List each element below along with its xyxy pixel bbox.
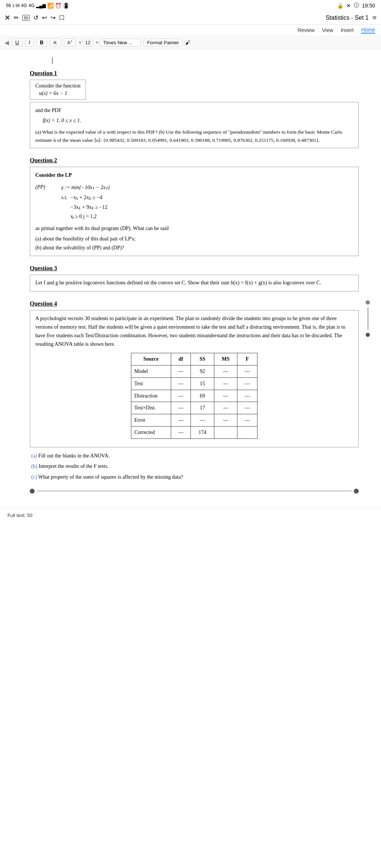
table-row: Model — 92 — — <box>131 365 257 377</box>
italic-button[interactable]: I <box>25 38 33 47</box>
format-painter-button[interactable]: Format Painter <box>144 39 182 47</box>
question-2-heading: Question 2 <box>30 157 359 164</box>
table-cell: — <box>237 390 257 402</box>
question-1-wide-box: and the PDF f(x) = 1, 0 ≤ x ≤ 1. (a) Wha… <box>30 102 359 149</box>
table-cell <box>214 426 237 438</box>
pencil-icon[interactable]: ✏ <box>14 14 19 21</box>
shrink-font-button[interactable]: A- <box>50 38 61 47</box>
menu-view[interactable]: View <box>322 27 333 33</box>
q4-sub-a-text: Fill out the blanks in the ANOVA. <box>38 453 109 459</box>
network-4g2: 4G <box>29 3 35 8</box>
q1-subtext: (a) What is the expected value of u with… <box>35 128 353 144</box>
scrollbar-line <box>368 307 368 330</box>
table-cell: 17 <box>191 402 214 414</box>
table-cell: — <box>214 414 237 427</box>
bottom-scroll-line <box>37 491 352 491</box>
table-row: Error — — — — <box>131 414 257 427</box>
question-3-section: Question 3 Let f and g be positive logco… <box>30 265 359 291</box>
question-3-box: Let f and g be positive logconvex functi… <box>30 275 359 291</box>
view-icon[interactable]: ☐ <box>59 14 64 21</box>
full-text-label: Full text: 50 <box>7 513 32 518</box>
menu-review[interactable]: Review <box>298 27 315 33</box>
rotate-icon[interactable]: ↺ <box>33 14 38 21</box>
alarm-icon: ⏰ <box>55 3 61 9</box>
q4-sub-b: (b) Interpret the results of the F tests… <box>31 462 359 470</box>
table-cell: — <box>214 390 237 402</box>
document-title: Statistics - Set 1 <box>326 15 369 21</box>
table-cell: — <box>171 390 191 402</box>
table-header-ss: SS <box>191 353 214 366</box>
q2-objective: γ := min{−10x₁ − 2x₂} <box>61 183 110 192</box>
underline-button[interactable]: U <box>12 38 22 47</box>
text-cursor <box>52 57 359 64</box>
q2-consider-label: Consider the LP <box>35 171 353 180</box>
menu-home[interactable]: Home <box>361 27 375 33</box>
table-row: Corrected — 174 <box>131 426 257 438</box>
table-cell: — <box>214 365 237 377</box>
menu-row: Review View Insert Home <box>0 25 381 36</box>
table-cell: 69 <box>191 390 214 402</box>
status-bar: 56 1.99 4G 4G ▂▄▆ 📶 ⏰ 📳 🔒 ✕ ⓘ 19:50 <box>0 0 381 11</box>
bottom-bar: Full text: 50 <box>0 508 381 522</box>
q4-sub-b-label: (b) <box>31 463 37 469</box>
q1-formula: u(x) = 6x − 1 <box>35 90 80 96</box>
toolbar-row1: ✕ ✏ 50 ↺ ↩ ↪ ☐ Statistics - Set 1 ≡ <box>0 11 381 25</box>
format-toolbar: ◀ U I B A- A+ ▾ 12 ▾ Times New ... Forma… <box>0 36 381 49</box>
question-1-section: Question 1 Consider the function u(x) = … <box>30 70 359 149</box>
time-display: 19:50 <box>362 3 375 9</box>
q4-sub-c-text: What property of the sums of squares is … <box>38 474 183 480</box>
table-cell: — <box>237 377 257 390</box>
wifi-icon: 📶 <box>47 3 54 9</box>
table-cell: 15 <box>191 377 214 390</box>
question-3-heading: Question 3 <box>30 265 359 272</box>
table-cell <box>237 426 257 438</box>
q2-part-a: (a) about the feasibility of this dual p… <box>35 234 353 243</box>
signal-bars: ▂▄▆ <box>36 3 46 8</box>
undo-button[interactable]: ↩ <box>42 14 47 21</box>
close-button[interactable]: ✕ <box>4 14 10 22</box>
table-cell: Distraction <box>131 390 171 402</box>
grow-font-button[interactable]: A+ <box>64 38 76 47</box>
table-cell: Corrected <box>131 426 171 438</box>
q4-sub-c-label: (c) <box>31 474 37 480</box>
table-row: Test×Dist. — 17 — — <box>131 402 257 414</box>
q4-sub-a: (a) Fill out the blanks in the ANOVA. <box>31 452 359 460</box>
q2-constraint-3: xⱼ ≥ 0 j = 1,2 <box>70 212 107 221</box>
table-cell: — <box>171 365 191 377</box>
close-status-icon: ✕ <box>346 3 351 9</box>
table-cell: — <box>237 365 257 377</box>
table-cell: — <box>237 402 257 414</box>
bottom-scroll-dot-left <box>30 489 35 494</box>
table-header-f: F <box>237 353 257 366</box>
status-right: 🔒 ✕ ⓘ 19:50 <box>337 2 375 9</box>
table-cell: Test×Dist. <box>131 402 171 414</box>
bottom-scroll-dot-right <box>354 489 359 494</box>
toolbar-left: ✕ ✏ 50 ↺ ↩ ↪ ☐ <box>4 14 64 22</box>
font-name-selector[interactable]: Times New ... <box>100 39 141 47</box>
table-cell: Test <box>131 377 171 390</box>
q3-text: Let f and g be positive logconvex functi… <box>35 279 353 287</box>
table-cell: — <box>171 414 191 427</box>
question-2-section: Question 2 Consider the LP (PP) γ := min… <box>30 157 359 256</box>
data-speed: 1.99 <box>12 4 19 8</box>
info-icon: ⓘ <box>354 2 359 9</box>
q2-pp-label: (PP) <box>35 183 54 192</box>
q4-sub-b-text: Interpret the results of the F tests. <box>39 463 109 469</box>
table-cell: — <box>171 426 191 438</box>
network-4g1: 4G <box>21 3 27 8</box>
nfc-icon: 📳 <box>63 3 69 9</box>
bold-button[interactable]: B <box>36 38 47 47</box>
font-size-selector[interactable]: 12 <box>83 39 93 47</box>
table-header-source: Source <box>131 353 171 366</box>
scroll-dot-top <box>366 300 370 304</box>
table-cell: — <box>171 402 191 414</box>
redo-button[interactable]: ↪ <box>51 14 55 21</box>
lock-icon: 🔒 <box>337 3 343 9</box>
question-4-heading: Question 4 <box>30 300 359 307</box>
hamburger-menu[interactable]: ≡ <box>372 13 377 22</box>
menu-insert[interactable]: Insert <box>341 27 354 33</box>
q2-constraint-1: −x₁ + 2x₂ ≥ −4 <box>70 193 107 202</box>
network-indicator: 56 <box>6 3 11 8</box>
table-cell: 92 <box>191 365 214 377</box>
q2-part-b: (b) about the solvability of (PP) and (D… <box>35 243 353 252</box>
